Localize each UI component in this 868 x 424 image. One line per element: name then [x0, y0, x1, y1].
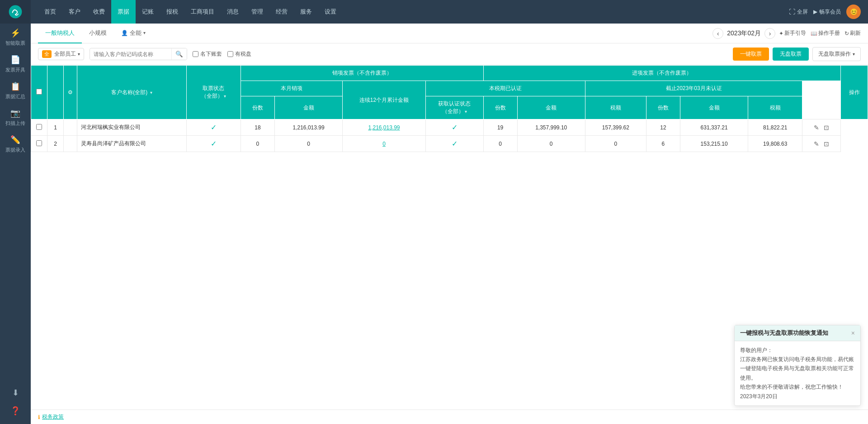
sidebar-item-scan-upload[interactable]: 📷 扫描上传	[0, 104, 31, 130]
nav-item-accounting[interactable]: 记账	[136, 0, 160, 24]
checkbox-tax-label[interactable]: 有税盘	[227, 50, 251, 58]
row-checkbox-cell	[31, 136, 47, 152]
th-purchase-amount: 金额	[517, 96, 585, 119]
data-entry-icon: ✏️	[10, 135, 20, 145]
table-row: 1 河北柯瑞枫实业有限公司 ✓ 18 1,216,013.99 1,216,01…	[31, 119, 868, 136]
sidebar-item-smart-fetch-label: 智能取票	[5, 40, 25, 47]
nav-item-invoice[interactable]: 票据	[111, 0, 136, 24]
avatar[interactable]: 😊	[846, 5, 861, 19]
tab-all[interactable]: 👤 全能 ▾	[114, 24, 153, 43]
sidebar-item-invoice-summary[interactable]: 📋 票据汇总	[0, 77, 31, 104]
edit-icon[interactable]: ✎	[814, 124, 819, 131]
nav-item-tax[interactable]: 报税	[160, 0, 184, 24]
sidebar-item-data-entry[interactable]: ✏️ 票据录入	[0, 130, 31, 157]
sidebar-item-smart-fetch[interactable]: ⚡ 智能取票	[0, 24, 31, 50]
refresh-label: 刷新	[850, 29, 861, 37]
issue-invoice-icon: 📄	[10, 55, 20, 65]
row-sales-amount: 1,216,013.99	[274, 119, 342, 136]
manual-label: 操作手册	[818, 29, 840, 37]
download-icon: ⬇	[12, 388, 19, 398]
row-seq: 1	[47, 119, 64, 136]
notification-title: 一键报税与无盘取票功能恢复通知	[740, 329, 828, 337]
nav-item-home[interactable]: 首页	[38, 0, 62, 24]
nav-item-billing[interactable]: 收费	[87, 0, 111, 24]
checkbox-sub-text: 名下账套	[200, 50, 222, 58]
tab-small-scale-label: 小规模	[89, 29, 107, 37]
tab-all-label: 全能	[130, 29, 142, 37]
nav-item-operation[interactable]: 经营	[269, 0, 294, 24]
th-sales-amount: 金额	[274, 96, 342, 119]
checkbox-sub[interactable]	[193, 51, 198, 57]
no-disk-ops-btn[interactable]: 无盘取票操作 ▾	[812, 47, 861, 61]
row-cumulative-12m: 1,216,013.99	[343, 119, 426, 136]
nav-item-service[interactable]: 服务	[294, 0, 318, 24]
vip-label: 畅享会员	[819, 8, 841, 16]
row-purchase-tax: 0	[585, 136, 646, 152]
checkbox-sub-label[interactable]: 名下账套	[193, 50, 222, 58]
sidebar-item-help[interactable]: ❓	[0, 401, 31, 419]
search-input[interactable]	[90, 49, 171, 60]
tab-general-taxpayer[interactable]: 一般纳税人	[38, 24, 82, 43]
nav-item-manage[interactable]: 管理	[245, 0, 269, 24]
sidebar-item-download[interactable]: ⬇	[0, 383, 31, 401]
topbar: 首页 客户 收费 票据 记账 报税 工商项目 消息 管理 经营 服务 设置 ⛶ …	[31, 0, 868, 24]
row-settings	[64, 136, 77, 152]
edit-icon[interactable]: ✎	[814, 140, 819, 148]
current-date: 2023年02月	[727, 29, 761, 38]
fullscreen-btn[interactable]: ⛶ 全屏	[789, 8, 808, 16]
status-text[interactable]: 税务政策	[42, 413, 64, 421]
cumulative-link[interactable]: 0	[382, 141, 386, 147]
one-click-btn[interactable]: 一键取票	[733, 48, 769, 61]
manual-btn[interactable]: 📖 操作手册	[811, 29, 840, 37]
checkbox-tax[interactable]	[227, 51, 233, 57]
row-fetch-status: ✓	[186, 119, 241, 136]
row-sales-count: 0	[241, 136, 274, 152]
cumulative-link[interactable]: 1,216,013.99	[368, 124, 400, 131]
row-uncertified-tax: 81,822.21	[748, 119, 802, 136]
sidebar-item-data-entry-label: 票据录入	[5, 147, 25, 153]
checkbox-tax-text: 有税盘	[235, 50, 251, 58]
refresh-btn[interactable]: ↻ 刷新	[844, 29, 861, 37]
search-button[interactable]: 🔍	[171, 48, 187, 60]
row-checkbox[interactable]	[36, 140, 42, 146]
vip-btn[interactable]: ▶ 畅享会员	[813, 8, 841, 16]
copy-icon[interactable]: ⊡	[824, 124, 829, 131]
th-seq	[47, 66, 64, 119]
row-uncertified-amount: 631,337.21	[680, 119, 748, 136]
next-month-btn[interactable]: ›	[764, 28, 775, 39]
th-cumulative-12m: 连续12个月累计金额	[343, 81, 426, 119]
nav-item-customer[interactable]: 客户	[62, 0, 87, 24]
sidebar: ⚡ 智能取票 📄 发票开具 📋 票据汇总 📷 扫描上传 ✏️ 票据录入 ⬇ ❓	[0, 0, 31, 424]
row-certify-status: ✓	[425, 136, 483, 152]
guide-icon: ✦	[779, 30, 783, 37]
notification-close-btn[interactable]: ×	[851, 329, 855, 337]
scan-upload-icon: 📷	[10, 108, 20, 118]
nav-item-business[interactable]: 工商项目	[184, 0, 221, 24]
th-customer-name: 客户名称(全部) ▾	[77, 66, 187, 119]
smart-fetch-icon: ⚡	[10, 28, 20, 38]
row-action: ✎ ⊡	[802, 136, 841, 152]
nav-item-settings[interactable]: 设置	[318, 0, 343, 24]
new-guide-btn[interactable]: ✦ 新手引导	[779, 29, 806, 37]
th-sales-count: 份数	[241, 96, 274, 119]
sidebar-item-issue-invoice[interactable]: 📄 发票开具	[0, 50, 31, 77]
certify-status-icon: ✓	[452, 124, 458, 131]
employee-filter[interactable]: 全 全部员工 ▾	[38, 48, 84, 60]
th-purchase-count: 份数	[483, 96, 517, 119]
select-all-checkbox[interactable]	[36, 89, 42, 95]
row-purchase-count: 19	[483, 119, 517, 136]
dropdown-icon: ▾	[78, 52, 80, 57]
tab-bar: 一般纳税人 小规模 👤 全能 ▾ ‹ 2023年02月 › ✦ 新手引导	[31, 24, 868, 43]
copy-icon[interactable]: ⊡	[824, 140, 829, 148]
user-icon: 👤	[121, 30, 128, 36]
no-disk-btn[interactable]: 无盘取票	[773, 48, 809, 61]
sidebar-item-invoice-summary-label: 票据汇总	[5, 93, 25, 100]
nav-item-message[interactable]: 消息	[221, 0, 245, 24]
manual-icon: 📖	[811, 30, 817, 37]
row-customer-name: 灵寿县尚泽矿产品有限公司	[77, 136, 187, 152]
th-uncertified-amount: 金额	[680, 96, 748, 119]
th-current-month-sales: 本月销项	[241, 81, 342, 96]
row-checkbox[interactable]	[36, 124, 42, 130]
tab-small-scale[interactable]: 小规模	[82, 24, 114, 43]
prev-month-btn[interactable]: ‹	[712, 28, 723, 39]
